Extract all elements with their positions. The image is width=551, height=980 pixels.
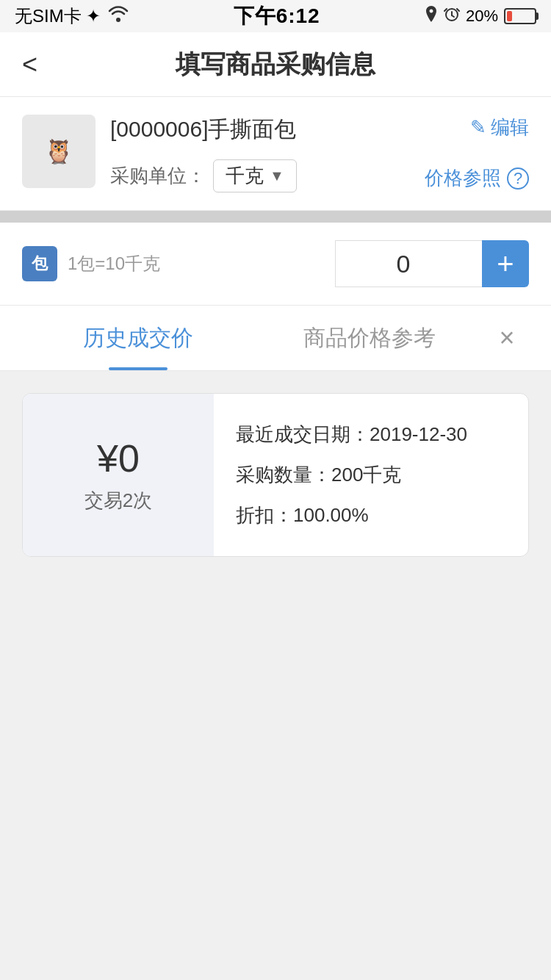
history-date-row: 最近成交日期：2019-12-30 xyxy=(236,420,506,449)
tab-product-price-ref[interactable]: 商品价格参考 xyxy=(253,306,485,370)
quantity-row: 包 1包=10千克 + xyxy=(0,223,551,306)
unit-select[interactable]: 千克 ▼ xyxy=(213,159,297,192)
history-price-left: ¥0 交易2次 xyxy=(23,394,214,556)
carrier-text: 无SIM卡 ✦ xyxy=(15,4,101,28)
status-right: 20% xyxy=(425,6,536,26)
product-info: [0000006]手撕面包 采购单位： 千克 ▼ xyxy=(110,115,425,192)
history-date-label: 最近成交日期： xyxy=(236,423,370,445)
status-left: 无SIM卡 ✦ xyxy=(15,4,129,28)
gray-divider xyxy=(0,211,551,223)
history-price-card: ¥0 交易2次 最近成交日期：2019-12-30 采购数量：200千克 折扣：… xyxy=(22,393,529,557)
edit-label: 编辑 xyxy=(491,115,529,140)
history-quantity-value: 200千克 xyxy=(331,464,401,486)
nav-bar: < 填写商品采购信息 xyxy=(0,32,551,97)
wifi-icon xyxy=(108,6,129,26)
unit-value: 千克 xyxy=(226,163,264,189)
product-name: [0000006]手撕面包 xyxy=(110,115,425,145)
history-quantity-label: 采购数量： xyxy=(236,464,331,486)
product-actions: ✎ 编辑 价格参照 ? xyxy=(425,115,529,191)
history-trade-times: 交易2次 xyxy=(84,488,152,514)
alarm-icon xyxy=(444,6,460,26)
tab-history-label: 历史成交价 xyxy=(83,323,193,353)
price-ref-label: 价格参照 xyxy=(425,165,501,191)
history-date-value: 2019-12-30 xyxy=(370,423,467,445)
tab-product-price-label: 商品价格参考 xyxy=(303,323,436,353)
product-thumbnail: 🦉 xyxy=(22,115,96,188)
quantity-plus-button[interactable]: + xyxy=(482,240,529,287)
history-quantity-row: 采购数量：200千克 xyxy=(236,461,506,489)
quantity-label-group: 包 1包=10千克 xyxy=(22,246,160,281)
quantity-unit-char: 包 xyxy=(32,253,48,275)
page-title: 填写商品采购信息 xyxy=(176,48,375,82)
location-icon xyxy=(425,6,438,26)
product-thumb-icon: 🦉 xyxy=(44,137,73,165)
tab-history-price[interactable]: 历史成交价 xyxy=(22,306,253,370)
unit-dropdown-arrow: ▼ xyxy=(270,167,284,184)
quantity-unit-icon: 包 xyxy=(22,246,57,281)
tab-close-button[interactable]: × xyxy=(485,306,529,370)
history-discount-value: 100.00% xyxy=(293,504,369,526)
history-price-value: ¥0 xyxy=(97,436,140,480)
price-ref-button[interactable]: 价格参照 ? xyxy=(425,165,529,191)
price-ref-info-icon: ? xyxy=(507,167,529,190)
main-content: ¥0 交易2次 最近成交日期：2019-12-30 采购数量：200千克 折扣：… xyxy=(0,393,551,907)
edit-icon: ✎ xyxy=(470,116,486,139)
quantity-input-group: + xyxy=(335,240,529,287)
quantity-input[interactable] xyxy=(335,240,482,287)
battery-icon xyxy=(504,8,536,24)
edit-button[interactable]: ✎ 编辑 xyxy=(470,115,529,140)
history-discount-row: 折扣：100.00% xyxy=(236,501,506,530)
history-price-right: 最近成交日期：2019-12-30 采购数量：200千克 折扣：100.00% xyxy=(214,394,528,556)
tabs-container: 历史成交价 商品价格参考 × xyxy=(0,306,551,371)
svg-line-2 xyxy=(452,15,454,17)
history-discount-label: 折扣： xyxy=(236,504,293,526)
tab-underline xyxy=(109,367,168,370)
product-card: 🦉 [0000006]手撕面包 采购单位： 千克 ▼ ✎ 编辑 价格参照 xyxy=(0,97,551,211)
unit-label: 采购单位： xyxy=(110,163,206,189)
status-time: 下午6:12 xyxy=(234,2,320,30)
status-bar: 无SIM卡 ✦ 下午6:12 20% xyxy=(0,0,551,32)
quantity-conversion: 1包=10千克 xyxy=(68,252,160,275)
battery-percent: 20% xyxy=(466,7,498,26)
back-button[interactable]: < xyxy=(22,49,37,80)
